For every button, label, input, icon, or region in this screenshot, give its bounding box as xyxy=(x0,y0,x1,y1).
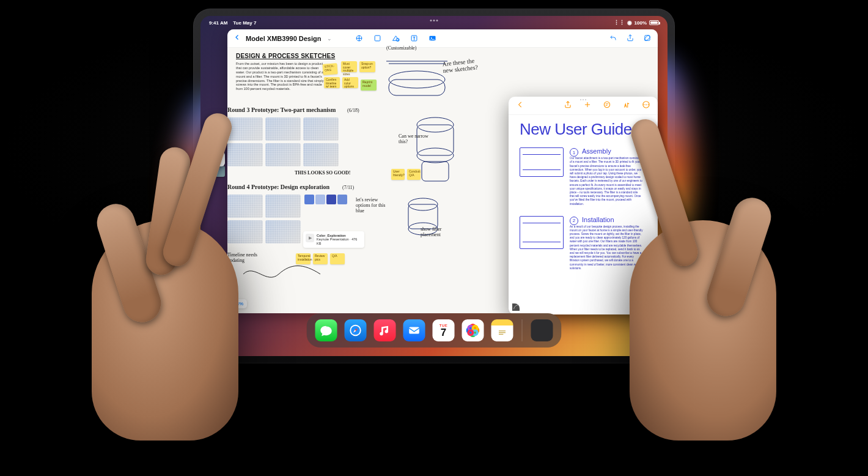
swatch[interactable] xyxy=(304,195,314,204)
sticky-note[interactable]: Must cover multiple sizes xyxy=(341,61,357,72)
photos-app-icon[interactable] xyxy=(462,319,484,341)
file-meta: Keynote Presentation · 476 KB xyxy=(317,237,357,245)
installation-figure xyxy=(520,216,564,249)
status-time: 9:41 AM xyxy=(209,20,227,26)
sticky-note[interactable]: User friendly? xyxy=(391,169,405,180)
round4-photos[interactable] xyxy=(227,195,301,244)
text-tool-icon[interactable] xyxy=(409,34,419,43)
notes-app-icon[interactable] xyxy=(491,319,513,341)
sticky-note[interactable]: Confirm timeline w/ team xyxy=(324,77,340,88)
svg-point-21 xyxy=(644,104,645,105)
section-body: Our faucet attachment is a two-part mech… xyxy=(570,157,643,206)
svg-rect-5 xyxy=(375,35,380,41)
looks-good-note: THIS LOOKS SO GOOD! xyxy=(295,170,350,176)
dock-separator xyxy=(522,319,523,341)
show-filter-note: show filter placement xyxy=(421,226,451,237)
svg-rect-16 xyxy=(422,162,449,181)
svg-rect-27 xyxy=(409,327,419,334)
round4-date: (7/11) xyxy=(342,185,354,190)
round3-photos[interactable] xyxy=(227,117,339,166)
battery-icon xyxy=(649,20,659,25)
keynote-file-chip[interactable]: Color_Exploration Keynote Presentation ·… xyxy=(303,231,364,248)
add-icon[interactable] xyxy=(583,100,592,111)
freeform-topbar: Model XMB3990 Design ⌄ xyxy=(227,29,658,48)
sticky-note[interactable]: Temporal installation xyxy=(296,253,311,264)
share-icon[interactable] xyxy=(626,34,634,45)
music-app-icon[interactable] xyxy=(374,319,396,341)
status-date: Tue May 7 xyxy=(233,20,256,26)
intro-text: From the outset, our mission has been to… xyxy=(236,62,328,91)
assembly-figure xyxy=(520,147,564,177)
sticky-note[interactable]: Snap-on option? xyxy=(359,61,375,72)
sticky-note[interactable]: Review pics xyxy=(313,253,328,264)
app-library-icon[interactable] xyxy=(531,319,553,341)
guide-section-installation: 2 Installation As a result of our bespok… xyxy=(520,216,647,270)
round3-date: (6/18) xyxy=(347,108,359,113)
slideover-window[interactable]: New User Guide 1 Assembly Our faucet att… xyxy=(509,97,658,314)
section-title: Installation xyxy=(582,216,614,223)
section-title: Assembly xyxy=(582,147,611,155)
file-name: Color_Exploration xyxy=(317,234,346,237)
svg-point-23 xyxy=(648,104,649,105)
guide-title: New User Guide xyxy=(520,121,647,138)
calendar-app-icon[interactable]: TUE 7 xyxy=(433,319,455,341)
svg-point-22 xyxy=(645,104,647,105)
media-tool-icon[interactable] xyxy=(427,34,437,43)
document-title[interactable]: Model XMB3990 Design xyxy=(246,35,321,42)
sticky-note[interactable]: STICK-ONS xyxy=(322,63,337,75)
ipad-device: 9:41 AM Tue May 7 ⋮⋮ ◉ 100% We'll have n… xyxy=(193,9,675,363)
sticky-note[interactable]: Conduct Q/A xyxy=(407,169,421,180)
dock: TUE 7 xyxy=(307,313,562,348)
swatch[interactable] xyxy=(326,195,336,204)
title-chevron-icon[interactable]: ⌄ xyxy=(327,35,332,42)
resize-handle[interactable] xyxy=(512,303,520,311)
shape-tool-icon[interactable] xyxy=(391,34,400,43)
mail-app-icon[interactable] xyxy=(403,319,425,341)
undo-icon[interactable] xyxy=(609,34,617,45)
wifi-signal-icon: ◉ xyxy=(627,20,632,26)
compose-icon[interactable] xyxy=(643,34,652,45)
slideover-content: New User Guide 1 Assembly Our faucet att… xyxy=(509,115,658,277)
battery-percent: 100% xyxy=(634,20,647,26)
pen-tool-icon[interactable] xyxy=(354,34,364,43)
messages-app-icon[interactable] xyxy=(315,319,337,341)
swatch[interactable] xyxy=(315,195,325,204)
svg-rect-12 xyxy=(389,80,445,95)
share-icon[interactable] xyxy=(564,100,572,111)
wifi-icon: ⋮⋮ xyxy=(614,20,625,26)
markup-icon[interactable] xyxy=(622,100,631,111)
back-button[interactable] xyxy=(234,34,241,43)
customizable-note: (Customizable) xyxy=(386,45,416,51)
svg-point-20 xyxy=(604,102,609,107)
left-edge-strip xyxy=(210,29,227,313)
more-icon[interactable] xyxy=(642,100,650,111)
section-number: 2 xyxy=(570,217,578,225)
guide-section-assembly: 1 Assembly Our faucet attachment is a tw… xyxy=(520,147,647,206)
review-options-note: let's review options for this blue xyxy=(356,197,386,214)
sticky-tool-icon[interactable] xyxy=(372,34,382,43)
section-body: As a result of our bespoke design proces… xyxy=(570,225,643,270)
narrow-note: Can we narrow this? xyxy=(399,133,429,144)
zoom-badge[interactable]: 63% xyxy=(230,299,247,308)
color-swatches[interactable] xyxy=(304,195,347,204)
sticky-note[interactable]: Add color options xyxy=(342,77,358,88)
sticky-note[interactable]: Q/A xyxy=(330,253,345,264)
ask-sketches-note: Are these the new sketches? xyxy=(442,57,480,74)
freeform-right-tools xyxy=(609,34,652,45)
canvas-tool-group xyxy=(354,34,437,43)
ipad-screen: 9:41 AM Tue May 7 ⋮⋮ ◉ 100% We'll have n… xyxy=(200,16,668,356)
safari-app-icon[interactable] xyxy=(345,319,367,341)
photos-app-chip[interactable] xyxy=(210,152,225,166)
calendar-day: 7 xyxy=(441,327,446,338)
format-icon[interactable] xyxy=(603,100,611,111)
round4-label: Round 4 Prototype: Design exploration xyxy=(227,184,329,190)
slideover-pill[interactable] xyxy=(580,99,586,100)
svg-point-3 xyxy=(215,158,217,160)
status-bar: 9:41 AM Tue May 7 ⋮⋮ ◉ 100% xyxy=(200,16,668,27)
svg-rect-18 xyxy=(408,204,438,229)
section-number: 1 xyxy=(570,148,578,157)
swatch[interactable] xyxy=(337,195,347,204)
slideover-back-icon[interactable] xyxy=(516,100,524,111)
round3-label: Round 3 Prototype: Two-part mechanism xyxy=(227,106,336,113)
